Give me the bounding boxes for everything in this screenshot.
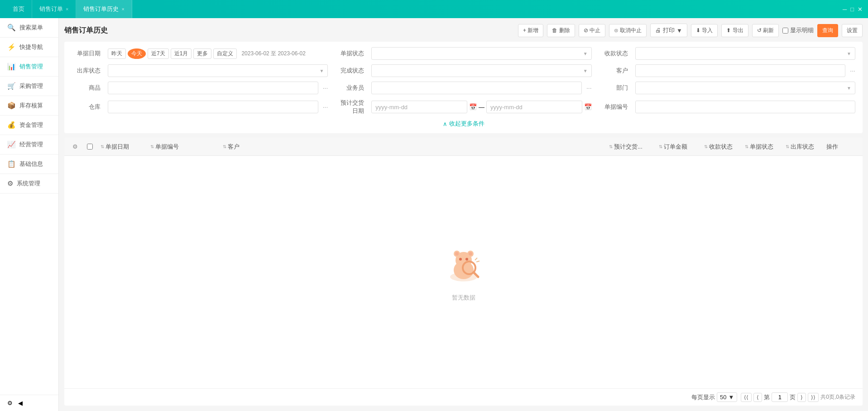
table-header: ⚙ ⇅ 单据日期 ⇅ 单据编号 ⇅ 客户 ⇅ 预计交货.: [64, 138, 863, 156]
th-sort-icon: ⇅: [101, 144, 104, 149]
th-pay-status[interactable]: ⇅ 收款状态: [700, 143, 741, 151]
page-title: 销售订单历史: [64, 26, 108, 35]
svg-line-11: [475, 258, 477, 260]
th-delivery[interactable]: ⇅ 预计交货...: [605, 143, 655, 151]
date-1month-btn[interactable]: 近1月: [171, 48, 192, 59]
close-btn[interactable]: ✕: [858, 6, 863, 13]
delete-btn[interactable]: 🗑 删除: [547, 24, 575, 37]
sidebar-item-finance[interactable]: 💰 资金管理: [0, 116, 58, 135]
complete-status-select[interactable]: ▼: [371, 64, 591, 77]
complete-status-filter: ▼: [371, 64, 591, 77]
main-layout: 🔍 搜索菜单 ⚡ 快捷导航 📊 销售管理 🛒 采购管理 📦 库存核算 💰 资金管…: [0, 18, 868, 411]
page-size-dropdown[interactable]: 50 ▼: [717, 392, 737, 402]
stop-btn[interactable]: ⊘ 中止: [579, 24, 605, 37]
toolbar: + 新增 🗑 删除 ⊘ 中止 ⊙ 取消中止 🖨 打印 ▼ ⬇ 导入 ⬆ 导出 ↺…: [518, 24, 863, 37]
sidebar: 🔍 搜索菜单 ⚡ 快捷导航 📊 销售管理 🛒 采购管理 📦 库存核算 💰 资金管…: [0, 18, 59, 411]
close-sales-history-tab[interactable]: ×: [121, 6, 124, 12]
date-more-btn[interactable]: 更多: [193, 48, 211, 59]
column-settings-btn[interactable]: ⚙: [68, 143, 82, 150]
th-customer-label: 客户: [228, 143, 240, 151]
search-icon: 🔍: [7, 24, 16, 32]
customer-label: 客户: [599, 67, 628, 75]
dept-select[interactable]: ▼: [635, 82, 855, 94]
table-body: 暂无数据: [64, 156, 863, 388]
sidebar-item-system[interactable]: ⚙ 系统管理: [0, 174, 58, 193]
th-customer[interactable]: ⇅ 客户: [219, 143, 605, 151]
th-out-status[interactable]: ⇅ 出库状态: [782, 143, 823, 151]
print-btn[interactable]: 🖨 打印 ▼: [650, 24, 687, 37]
goods-dots[interactable]: ···: [323, 84, 328, 92]
customer-filter: ···: [635, 64, 855, 77]
display-detail-checkbox[interactable]: 显示明细: [782, 26, 814, 34]
goods-input[interactable]: [108, 82, 318, 94]
sidebar-item-finance-label: 资金管理: [19, 121, 43, 129]
sidebar-collapse-icon[interactable]: ◀: [18, 400, 23, 406]
order-num-input[interactable]: [635, 101, 855, 113]
tab-sales-order-label: 销售订单: [39, 5, 63, 13]
salesman-input[interactable]: [371, 82, 582, 94]
date-custom-btn[interactable]: 自定义: [213, 48, 237, 59]
customer-dots[interactable]: ···: [850, 67, 855, 74]
date-7days-btn[interactable]: 近7天: [148, 48, 169, 59]
salesman-dots[interactable]: ···: [586, 84, 592, 92]
tab-home[interactable]: 首页: [5, 0, 32, 18]
delivery-date-from[interactable]: yyyy-mm-dd: [371, 101, 467, 113]
purchase-icon: 🛒: [7, 82, 16, 90]
sidebar-bottom: ⚙ ◀: [0, 395, 58, 411]
out-status-select[interactable]: ▼: [108, 64, 328, 77]
sidebar-settings-icon[interactable]: ⚙: [7, 400, 13, 406]
th-delivery-label: 预计交货...: [614, 143, 643, 151]
tab-sales-history[interactable]: 销售订单历史 ×: [76, 0, 132, 18]
th-date[interactable]: ⇅ 单据日期: [97, 143, 147, 151]
refresh-btn[interactable]: ↺ 刷新: [752, 24, 779, 37]
first-page-btn[interactable]: ⟨⟨: [741, 393, 752, 402]
display-detail-input[interactable]: [782, 28, 788, 34]
th-num[interactable]: ⇅ 单据编号: [147, 143, 219, 151]
new-btn[interactable]: + 新增: [518, 24, 543, 37]
cancel-stop-btn[interactable]: ⊙ 取消中止: [609, 24, 647, 37]
date-today-btn[interactable]: 今天: [128, 48, 146, 59]
salesman-filter: ···: [371, 82, 591, 94]
tab-sales-order[interactable]: 销售订单 ×: [32, 0, 76, 18]
next-page-btn[interactable]: ⟩: [797, 393, 806, 402]
sidebar-item-sales[interactable]: 📊 销售管理: [0, 57, 58, 77]
warehouse-dots[interactable]: ···: [323, 103, 328, 111]
last-page-btn[interactable]: ⟩⟩: [808, 393, 819, 402]
dept-arrow: ▼: [847, 86, 851, 91]
sidebar-item-purchase[interactable]: 🛒 采购管理: [0, 77, 58, 96]
calendar-to-icon[interactable]: 📅: [584, 103, 592, 111]
import-btn[interactable]: ⬇ 导入: [691, 24, 718, 37]
maximize-btn[interactable]: □: [850, 6, 854, 13]
delivery-date-to[interactable]: yyyy-mm-dd: [486, 101, 582, 113]
prev-page-btn[interactable]: ⟨: [753, 393, 762, 402]
sidebar-item-search[interactable]: 🔍 搜索菜单: [0, 18, 58, 38]
order-status-select[interactable]: ▼: [371, 47, 591, 60]
empty-state: 暂无数据: [423, 225, 504, 320]
select-all-input[interactable]: [87, 144, 93, 150]
collapse-bar[interactable]: ∧ 收起更多条件: [72, 120, 855, 128]
setting-btn[interactable]: 设置: [842, 24, 863, 37]
customer-input[interactable]: [635, 64, 846, 77]
export-btn[interactable]: ⬆ 导出: [721, 24, 748, 37]
minimize-btn[interactable]: ─: [843, 6, 847, 13]
date-separator: —: [479, 104, 484, 111]
select-all-checkbox[interactable]: [82, 144, 97, 150]
top-tabs: 首页 销售订单 × 销售订单历史 ×: [5, 0, 132, 18]
warehouse-input[interactable]: [108, 101, 318, 113]
page-input[interactable]: [772, 392, 788, 402]
sidebar-item-basic[interactable]: 📋 基础信息: [0, 155, 58, 174]
th-order-status[interactable]: ⇅ 单据状态: [741, 143, 782, 151]
pay-status-select[interactable]: ▼: [635, 47, 855, 60]
sidebar-item-inventory[interactable]: 📦 库存核算: [0, 96, 58, 116]
calendar-from-icon[interactable]: 📅: [469, 103, 477, 111]
sidebar-item-search-label: 搜索菜单: [19, 24, 43, 32]
order-num-filter: [635, 101, 855, 113]
sidebar-item-operations[interactable]: 📈 经营管理: [0, 135, 58, 155]
sidebar-item-quicknav[interactable]: ⚡ 快捷导航: [0, 38, 58, 57]
pay-status-filter: ▼: [635, 47, 855, 60]
date-yesterday-btn[interactable]: 昨天: [108, 48, 126, 59]
query-btn[interactable]: 查询: [817, 24, 838, 37]
th-amount[interactable]: ⇅ 订单金额: [655, 143, 700, 151]
close-sales-order-tab[interactable]: ×: [66, 6, 68, 12]
table-section: ⚙ ⇅ 单据日期 ⇅ 单据编号 ⇅ 客户 ⇅ 预计交货.: [64, 138, 863, 406]
